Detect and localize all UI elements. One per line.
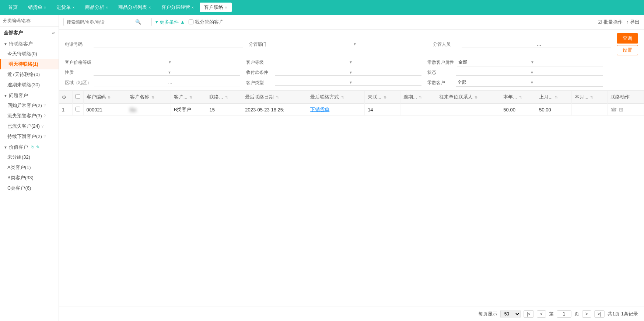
filter-status: 状态 ▼ [427, 69, 603, 76]
settings-icon[interactable]: ⚙ [62, 94, 66, 100]
prev-page-button[interactable]: < [537, 310, 546, 318]
th-this-month[interactable]: 本月... ⇅ [572, 91, 608, 104]
td-checkbox [72, 104, 83, 116]
sidebar-item-churned[interactable]: 已流失客户(24) ? [0, 121, 59, 131]
dots-icon[interactable]: … [168, 80, 239, 85]
sidebar-item-type-b[interactable]: B类客户(33) [0, 173, 59, 183]
filter-status-select[interactable]: ▼ [456, 70, 603, 76]
all-customers-header[interactable]: 全部客户 « [0, 27, 59, 38]
nav-product-analysis[interactable]: 商品分析 × [81, 3, 112, 12]
nav-product-analysis-list[interactable]: 商品分析列表 × [114, 3, 155, 12]
first-page-button[interactable]: |< [524, 310, 534, 318]
filter-customer-type-select[interactable]: ▼ [275, 80, 421, 86]
th-customer-name[interactable]: 客户名称 ⇅ [127, 91, 171, 104]
filter-region-select[interactable]: … [94, 79, 240, 86]
filter-payment-select[interactable]: ▼ [275, 70, 421, 76]
search-button-icon[interactable]: 🔍 [135, 19, 141, 25]
th-last-contact-date[interactable]: 最后联络日期 ⇅ [242, 91, 307, 104]
nav-customer-tier[interactable]: 客户分层经营 × [157, 3, 198, 12]
close-icon[interactable]: × [44, 5, 46, 10]
filter-nature-select[interactable]: ▼ [94, 70, 240, 76]
th-customer-code[interactable]: 客户编码 ⇅ [83, 91, 127, 104]
search-input[interactable] [67, 20, 133, 25]
grid-action-icon[interactable]: ⊞ [619, 107, 623, 113]
filter-phone-input[interactable] [94, 41, 243, 48]
filter-price-level-label: 客户价格等级 [65, 59, 91, 66]
sidebar-item-repurchase-abnormal[interactable]: 回购异常客户(2) ? [0, 100, 59, 111]
nav-sales-order[interactable]: 销货单 × [24, 3, 50, 12]
filter-manager-select[interactable]: … [462, 41, 611, 48]
sidebar-item-type-c[interactable]: C类客户(6) [0, 183, 59, 193]
th-contact-count-label: 联络... [209, 94, 223, 100]
th-contact-count[interactable]: 联络... ⇅ [206, 91, 242, 104]
close-icon[interactable]: × [106, 5, 108, 10]
my-customers-checkbox[interactable] [189, 20, 193, 24]
sidebar-item-churn-warning[interactable]: 流失预警客户(3) ? [0, 111, 59, 121]
close-icon[interactable]: × [72, 5, 74, 10]
filter-division-select[interactable]: ▼ [277, 41, 427, 47]
nav-purchase-order[interactable]: 进货单 × [52, 3, 79, 12]
search-bar: 🔍 ▾ 更多条件 ▲ 我分管的客户 ☑ 批量操作 ↑ 导出 [59, 15, 644, 30]
sidebar-item-tomorrow[interactable]: 明天待联络(1) [0, 59, 59, 69]
th-customer-type[interactable]: 客户... ⇅ [171, 91, 206, 104]
close-icon[interactable]: × [148, 5, 151, 10]
sidebar-item-ungrouped[interactable]: 未分组(32) [0, 152, 59, 162]
th-company-contact[interactable]: 往来单位联系人 ⇅ [436, 91, 500, 104]
filter-retail-customer-select[interactable]: 全部 ▼ [456, 79, 603, 87]
settings-button[interactable]: 设置 [617, 45, 638, 55]
th-customer-type-label: 客户... [174, 94, 188, 100]
batch-ops-button[interactable]: ☑ 批量操作 [598, 19, 623, 25]
filter-phone: 电话号码 [65, 41, 243, 48]
sidebar-item-declining[interactable]: 持续下滑客户(2) ? [0, 131, 59, 142]
filter-price-level-select[interactable]: ▼ [94, 59, 240, 65]
sidebar-item-overdue[interactable]: 逾期未联络(30) [0, 80, 59, 90]
td-actions: ☎ ⊞ [607, 104, 644, 116]
filter-retail-attr-select[interactable]: 全部 ▼ [457, 58, 603, 66]
th-last-month[interactable]: 上月... ⇅ [536, 91, 572, 104]
select-all-checkbox[interactable] [76, 94, 80, 99]
sidebar-item-today[interactable]: 今天待联络(0) [0, 49, 59, 59]
nav-home[interactable]: 首页 [4, 3, 22, 12]
td-customer-code: 000021 [83, 104, 127, 116]
sort-icon: ⇅ [475, 95, 477, 99]
th-this-year[interactable]: 本年... ⇅ [500, 91, 536, 104]
td-not-contacted: 14 [365, 104, 400, 116]
sidebar-item-type-a[interactable]: A类客户(1) [0, 162, 59, 173]
sidebar-item-churned-label: 已流失客户(24) [7, 123, 40, 130]
refresh-icon[interactable]: ↻ [31, 145, 35, 150]
edit-icon[interactable]: ✎ [36, 145, 40, 150]
action-icons-wrap: ☎ ⊞ [610, 107, 641, 113]
dots-icon[interactable]: … [537, 42, 609, 47]
filter-customer-level-select[interactable]: ▼ [275, 59, 421, 65]
search-input-wrap: 🔍 [63, 18, 152, 26]
td-last-contact-method: 下销货单 [307, 104, 365, 116]
section-problem-customers: 问题客户 [0, 90, 59, 100]
sidebar-search-input[interactable] [3, 18, 58, 23]
my-customers-checkbox-wrap[interactable]: 我分管的客户 [189, 19, 224, 25]
sort-icon: ⇅ [225, 95, 228, 99]
td-customer-name: Ea [127, 104, 171, 116]
more-conditions-button[interactable]: ▾ 更多条件 ▲ [155, 19, 185, 25]
last-contact-method-link[interactable]: 下销货单 [310, 107, 329, 112]
query-button[interactable]: 查询 [617, 33, 638, 44]
nav-customer-contact[interactable]: 客户联络 × [200, 3, 231, 12]
page-input[interactable] [557, 310, 571, 318]
row-checkbox[interactable] [76, 107, 80, 111]
export-button[interactable]: ↑ 导出 [626, 19, 640, 25]
th-not-contacted[interactable]: 未联... ⇅ [365, 91, 400, 104]
per-page-select[interactable]: 50 100 200 [500, 310, 521, 318]
next-page-button[interactable]: > [582, 310, 591, 318]
last-page-button[interactable]: >| [594, 310, 605, 318]
th-settings[interactable]: ⚙ [59, 91, 72, 104]
phone-action-icon[interactable]: ☎ [610, 107, 617, 113]
close-icon[interactable]: × [225, 5, 227, 10]
th-company-contact-label: 往来单位联系人 [439, 94, 473, 100]
sidebar-item-7days[interactable]: 近7天待联络(0) [0, 69, 59, 80]
th-last-contact-method-label: 最后联络方式 [310, 94, 339, 100]
th-overdue[interactable]: 逾期... ⇅ [400, 91, 436, 104]
collapse-icon[interactable]: « [52, 30, 55, 36]
filter-phone-label: 电话号码 [65, 41, 91, 48]
td-last-contact-date: 2023-05-23 18:25: [242, 104, 307, 116]
close-icon[interactable]: × [192, 5, 194, 10]
th-last-contact-method[interactable]: 最后联络方式 ⇅ [307, 91, 365, 104]
